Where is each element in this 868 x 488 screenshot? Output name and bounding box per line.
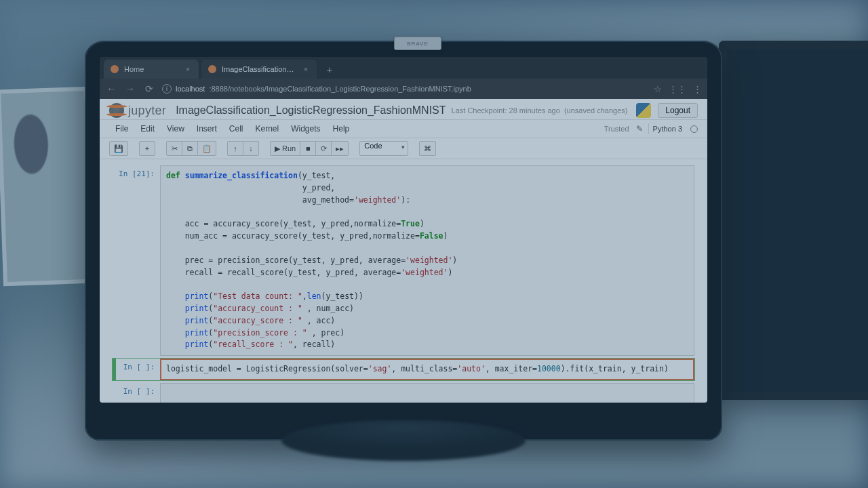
reload-button[interactable]: ⟳ [143,83,155,94]
monitor-frame: BRAVE Home × ImageClassification_Logisti… [85,41,722,441]
browser-tab-home[interactable]: Home × [104,60,199,79]
logout-button[interactable]: Logout [658,103,698,118]
command-palette-button[interactable]: ⌘ [419,141,436,156]
tab-title: Home [124,65,178,73]
restart-run-all-button[interactable]: ▸▸ [331,141,349,156]
tab-title: ImageClassification_LogisticR… [222,65,296,73]
browser-window: Home × ImageClassification_LogisticR… × … [100,57,707,403]
menu-file[interactable]: File [109,121,134,136]
notebook-area[interactable]: In [21]:def summarize_classification(y_t… [100,159,707,403]
forward-button[interactable]: → [124,83,136,94]
restart-button[interactable]: ⟳ [315,141,332,156]
menu-icon[interactable]: ⋮ [693,84,702,94]
bookmark-icon[interactable]: ☆ [654,84,662,94]
run-button[interactable]: ▶ Run [270,141,300,156]
browser-tab-notebook[interactable]: ImageClassification_LogisticR… × [201,60,317,79]
code-cell[interactable]: In [ ]: [112,382,695,403]
jupyter-logo-icon [109,103,124,118]
checkpoint-text: Last Checkpoint: 28 minutes ago (unsaved… [452,106,628,115]
add-cell-button[interactable]: + [139,141,155,156]
close-icon[interactable]: × [302,65,310,73]
jupyter-favicon-icon [208,65,216,73]
interrupt-button[interactable]: ■ [300,141,316,156]
url-host: localhost [176,85,205,93]
kernel-status-icon [690,125,698,133]
code-cell[interactable]: In [ ]:logistic_model = LogisticRegressi… [112,358,695,381]
menu-kernel[interactable]: Kernel [250,121,285,136]
menu-cell[interactable]: Cell [223,121,250,136]
edit-icon[interactable]: ✎ [635,124,644,134]
monitor-stand [281,420,526,461]
new-tab-button[interactable]: + [322,62,337,77]
jupyter-favicon-icon [111,65,119,73]
cell-input[interactable] [160,383,694,403]
menu-edit[interactable]: Edit [134,121,161,136]
site-info-icon[interactable]: i [162,84,172,94]
jupyter-logo[interactable]: jupyter [109,103,166,118]
browser-tabstrip: Home × ImageClassification_LogisticR… × … [100,57,707,79]
secondary-monitor [719,41,868,400]
cut-button[interactable]: ✂ [166,141,182,156]
browser-addressbar: ← → ⟳ i localhost :8888/notebooks/ImageC… [100,79,707,99]
jupyter-brand-text: jupyter [128,104,166,118]
kernel-name[interactable]: Python 3 [648,123,686,134]
python-logo-icon [636,103,651,118]
jupyter-header: jupyter ImageClassification_LogisticRegr… [100,99,707,119]
menu-view[interactable]: View [161,121,191,136]
paste-button[interactable]: 📋 [197,141,216,156]
code-cell[interactable]: In [21]:def summarize_classification(y_t… [112,165,695,357]
webcam-sticker: BRAVE [394,37,441,50]
cell-prompt: In [ ]: [113,359,160,380]
trusted-indicator[interactable]: Trusted [604,125,629,133]
jupyter-toolbar: 💾 + ✂ ⧉ 📋 ↑ ↓ ▶ R [100,138,707,159]
jupyter-menubar: File Edit View Insert Cell Kernel Widget… [100,119,707,138]
url-rest: :8888/notebooks/ImageClassification_Logi… [209,85,471,93]
cell-prompt: In [21]: [113,165,160,356]
menu-insert[interactable]: Insert [191,121,223,136]
menu-help[interactable]: Help [327,121,356,136]
move-down-button[interactable]: ↓ [243,141,259,156]
cell-prompt: In [ ]: [113,383,160,403]
screen: Home × ImageClassification_LogisticR… × … [100,57,707,403]
cell-input[interactable]: def summarize_classification(y_test, y_p… [160,165,694,356]
copy-button[interactable]: ⧉ [182,141,198,156]
url-field[interactable]: i localhost :8888/notebooks/ImageClassif… [162,84,647,94]
page-content: jupyter ImageClassification_LogisticRegr… [100,99,707,403]
move-up-button[interactable]: ↑ [227,141,243,156]
wall-photo [0,87,95,287]
notebook-title[interactable]: ImageClassification_LogisticRegression_F… [176,104,446,117]
extensions-icon[interactable]: ⋮⋮ [669,84,686,94]
back-button[interactable]: ← [105,83,117,94]
close-icon[interactable]: × [184,65,192,73]
menu-widgets[interactable]: Widgets [285,121,326,136]
cell-input[interactable]: logistic_model = LogisticRegression(solv… [160,359,694,380]
cell-type-select[interactable]: Code [359,141,408,156]
save-button[interactable]: 💾 [109,141,128,156]
